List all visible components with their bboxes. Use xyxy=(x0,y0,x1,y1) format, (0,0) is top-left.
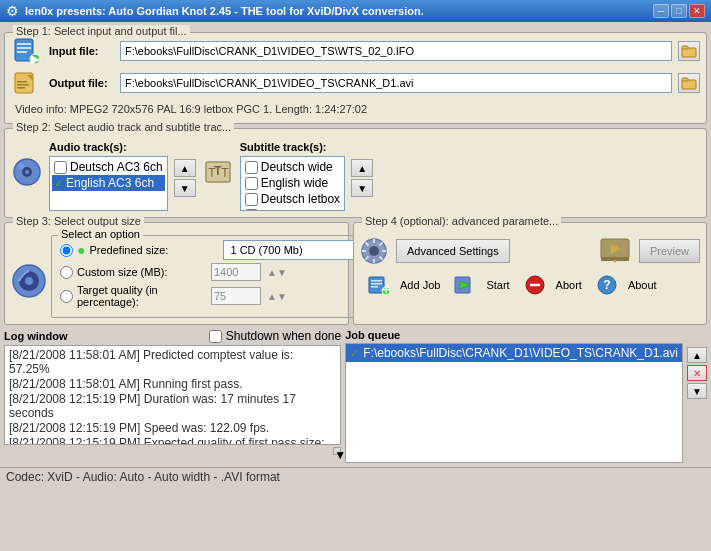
about-button[interactable]: About xyxy=(622,271,663,299)
abort-button[interactable]: Abort xyxy=(550,271,588,299)
step1-title: Step 1: Select input and output fil... xyxy=(13,25,190,37)
job-queue-title: Job queue xyxy=(345,329,707,341)
input-file-field[interactable] xyxy=(120,41,672,61)
svg-rect-34 xyxy=(371,283,382,285)
output-label: Output file: xyxy=(49,77,114,89)
svg-rect-11 xyxy=(17,84,29,86)
option-group-title: Select an option xyxy=(58,228,143,240)
subtitle-arrow-buttons: ▲ ▼ xyxy=(351,141,373,197)
subtitle-name-4: English letbox xyxy=(261,208,336,211)
subtitle-down-button[interactable]: ▼ xyxy=(351,179,373,197)
target-quality-radio[interactable] xyxy=(60,290,73,303)
target-quality-input[interactable] xyxy=(211,287,261,305)
job-delete-button[interactable]: ✕ xyxy=(687,365,707,381)
window-title: len0x presents: Auto Gordian Knot 2.45 -… xyxy=(25,5,424,17)
job-checkmark: ✓ xyxy=(350,347,359,360)
output-file-field[interactable] xyxy=(120,73,672,93)
subtitle-track-item-2[interactable]: English wide xyxy=(243,175,342,191)
subtitle-track-item-3[interactable]: Deutsch letbox xyxy=(243,191,342,207)
close-button[interactable]: ✕ xyxy=(689,4,705,18)
start-button[interactable]: Start xyxy=(480,271,515,299)
log-area[interactable]: [8/21/2008 11:58:01 AM] Predicted compte… xyxy=(4,345,341,445)
svg-rect-10 xyxy=(17,81,27,83)
audio-track-item-selected[interactable]: ✓ English AC3 6ch xyxy=(52,175,165,191)
audio-section: Audio track(s): Deutsch AC3 6ch ✓ Englis… xyxy=(11,141,196,211)
step2-content: Audio track(s): Deutsch AC3 6ch ✓ Englis… xyxy=(11,141,700,211)
about-btn-container: ? About xyxy=(596,271,663,299)
subtitle-checkbox-4[interactable] xyxy=(245,209,258,212)
add-job-button[interactable]: Add Job xyxy=(394,271,446,299)
advanced-settings-button[interactable]: Advanced Settings xyxy=(396,239,510,263)
output-browse-button[interactable] xyxy=(678,73,700,93)
audio-down-button[interactable]: ▼ xyxy=(174,179,196,197)
custom-size-input[interactable] xyxy=(211,263,261,281)
audio-track-item[interactable]: Deutsch AC3 6ch xyxy=(52,159,165,175)
job-up-button[interactable]: ▲ xyxy=(687,347,707,363)
subtitle-name-2: English wide xyxy=(261,176,328,190)
svg-text:?: ? xyxy=(603,278,610,292)
minimize-button[interactable]: ─ xyxy=(653,4,669,18)
job-queue-list[interactable]: ✓ F:\ebooks\FullDisc\CRANK_D1\VIDEO_TS\C… xyxy=(345,343,683,463)
custom-size-row: Custom size (MB): ▲▼ xyxy=(60,263,383,281)
target-quality-label: Target quality (in percentage): xyxy=(77,284,207,308)
start-btn-container: Start xyxy=(454,271,515,299)
job-down-button[interactable]: ▼ xyxy=(687,383,707,399)
svg-rect-1 xyxy=(17,43,31,45)
adv-settings-row: Advanced Settings Preview xyxy=(360,235,700,267)
input-browse-button[interactable] xyxy=(678,41,700,61)
audio-track-list[interactable]: Deutsch AC3 6ch ✓ English AC3 6ch xyxy=(49,156,168,211)
subtitle-icon: T T T xyxy=(202,141,234,187)
add-job-icon: + xyxy=(368,274,390,296)
svg-rect-14 xyxy=(682,78,688,81)
subtitle-up-button[interactable]: ▲ xyxy=(351,159,373,177)
audio-up-button[interactable]: ▲ xyxy=(174,159,196,177)
predefined-size-row: ● Predefined size: 1 CD (700 Mb) 2 CD (1… xyxy=(60,240,383,260)
svg-rect-3 xyxy=(17,51,27,53)
subtitle-checkbox-1[interactable] xyxy=(245,161,258,174)
log-line-2: [8/21/2008 11:58:01 AM] Running first pa… xyxy=(9,377,336,391)
preview-button[interactable]: Preview xyxy=(639,239,700,263)
svg-point-18 xyxy=(18,163,24,169)
log-scroll-down[interactable]: ▼ xyxy=(333,447,341,455)
step4-group: Step 4 (optional): advanced paramete... … xyxy=(353,222,707,325)
svg-rect-12 xyxy=(17,87,25,89)
start-icon xyxy=(454,274,476,296)
job-item-path: F:\ebooks\FullDisc\CRANK_D1\VIDEO_TS\CRA… xyxy=(363,346,678,360)
svg-point-25 xyxy=(25,277,33,285)
log-line-1: [8/21/2008 11:58:01 AM] Predicted compte… xyxy=(9,348,336,376)
step3-main: Select an option ● Predefined size: 1 CD… xyxy=(11,235,342,318)
add-job-btn-container: + Add Job xyxy=(368,271,446,299)
log-line-3: [8/21/2008 12:15:19 PM] Duration was: 17… xyxy=(9,392,336,420)
svg-point-31 xyxy=(613,260,616,263)
subtitle-checkbox-2[interactable] xyxy=(245,177,258,190)
shutdown-checkbox[interactable] xyxy=(209,330,222,343)
bottom-row: Step 3: Select output size Select an opt… xyxy=(4,222,707,325)
log-section: Log window Shutdown when done [8/21/2008… xyxy=(4,329,341,463)
custom-label: Custom size (MB): xyxy=(77,266,207,278)
audio-tracks-section: Audio track(s): Deutsch AC3 6ch ✓ Englis… xyxy=(49,141,168,211)
subtitle-track-list[interactable]: Deutsch wide English wide Deutsch letbox xyxy=(240,156,345,211)
predefined-radio[interactable] xyxy=(60,244,73,257)
subtitle-checkbox-3[interactable] xyxy=(245,193,258,206)
subtitle-track-item-1[interactable]: Deutsch wide xyxy=(243,159,342,175)
abort-icon xyxy=(524,274,546,296)
title-bar-buttons: ─ □ ✕ xyxy=(653,4,705,18)
abort-btn-container: Abort xyxy=(524,271,588,299)
job-queue-content: ✓ F:\ebooks\FullDisc\CRANK_D1\VIDEO_TS\C… xyxy=(345,343,707,463)
subtitle-track-item-4[interactable]: English letbox xyxy=(243,207,342,211)
input-file-icon: ▶ xyxy=(11,37,43,65)
audio-track-name-2: English AC3 6ch xyxy=(66,176,154,190)
log-line-4: [8/21/2008 12:15:19 PM] Speed was: 122.0… xyxy=(9,421,336,435)
log-job-row: Log window Shutdown when done [8/21/2008… xyxy=(4,329,707,463)
audio-track-checkbox-1[interactable] xyxy=(54,161,67,174)
custom-radio[interactable] xyxy=(60,266,73,279)
log-header: Log window Shutdown when done xyxy=(4,329,341,343)
svg-text:+: + xyxy=(382,283,389,296)
job-item-1[interactable]: ✓ F:\ebooks\FullDisc\CRANK_D1\VIDEO_TS\C… xyxy=(346,344,682,362)
log-title: Log window xyxy=(4,330,68,342)
maximize-button[interactable]: □ xyxy=(671,4,687,18)
predefined-dot: ● xyxy=(77,242,85,258)
log-scrollbar-area: ▼ xyxy=(4,447,341,455)
output-file-row: Output file: xyxy=(11,69,700,97)
input-label: Input file: xyxy=(49,45,114,57)
